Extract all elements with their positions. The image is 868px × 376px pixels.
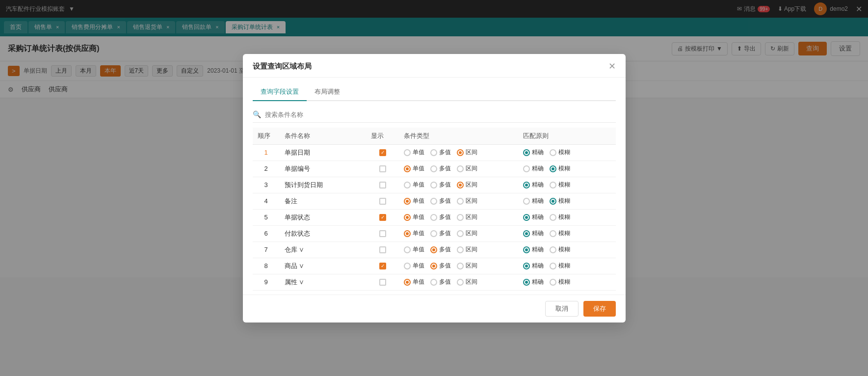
cell-display-checkbox <box>366 258 398 274</box>
radio-match-option[interactable]: 精确 <box>523 229 544 238</box>
cell-condition-name: 商品 ∨ <box>280 258 367 274</box>
cell-type-radios: 单值多值区间 <box>399 161 518 177</box>
th-name: 条件名称 <box>280 128 367 145</box>
radio-match-option[interactable]: 模糊 <box>550 245 570 254</box>
radio-type-option[interactable]: 区间 <box>457 164 477 173</box>
radio-type-option[interactable]: 多值 <box>430 197 451 205</box>
cell-display-checkbox <box>366 242 398 258</box>
cell-display-checkbox <box>366 161 398 177</box>
display-checkbox[interactable] <box>379 165 386 172</box>
display-checkbox[interactable] <box>379 246 386 253</box>
cell-condition-name: 单据编号 <box>280 161 367 177</box>
display-checkbox[interactable] <box>379 149 386 156</box>
conditions-table-wrapper[interactable]: 顺序 条件名称 显示 条件类型 <box>253 128 616 278</box>
cell-condition-name: 付款状态 <box>280 225 367 242</box>
radio-match-option[interactable]: 模糊 <box>550 229 570 238</box>
radio-type-option[interactable]: 多值 <box>430 245 451 254</box>
table-row: 1单据日期单值多值区间精确模糊 <box>253 144 616 161</box>
radio-type-option[interactable]: 单值 <box>404 164 424 173</box>
table-row: 2单据编号单值多值区间精确模糊 <box>253 161 616 177</box>
radio-match-option[interactable]: 模糊 <box>550 197 570 205</box>
cell-type-radios: 单值多值区间 <box>399 225 518 242</box>
cell-order: 3 <box>253 177 280 193</box>
radio-type-option[interactable]: 区间 <box>457 148 477 157</box>
cell-order: 7 <box>253 242 280 258</box>
display-checkbox[interactable] <box>379 230 386 237</box>
cell-condition-name: 预计到货日期 <box>280 177 367 193</box>
radio-match-option[interactable]: 精确 <box>523 164 544 173</box>
condition-search-input[interactable] <box>261 109 616 120</box>
radio-match-option[interactable]: 精确 <box>523 262 544 270</box>
cell-type-radios: 单值多值区间 <box>399 209 518 225</box>
table-row: 3预计到货日期单值多值区间精确模糊 <box>253 177 616 193</box>
condition-search-box: 🔍 <box>253 107 616 123</box>
cell-order: 5 <box>253 209 280 225</box>
cell-match-radios: 精确模糊 <box>518 209 616 225</box>
cell-order: 8 <box>253 258 280 274</box>
cell-type-radios: 单值多值区间 <box>399 193 518 209</box>
cell-display-checkbox <box>366 274 398 277</box>
radio-type-option[interactable]: 单值 <box>404 148 424 157</box>
radio-type-option[interactable]: 多值 <box>430 213 451 221</box>
radio-type-option[interactable]: 多值 <box>430 229 451 238</box>
radio-type-option[interactable]: 多值 <box>430 164 451 173</box>
th-display: 显示 <box>366 128 398 145</box>
dialog-header: 设置查询区域布局 ✕ <box>243 54 626 78</box>
radio-match-option[interactable]: 模糊 <box>550 181 570 189</box>
radio-type-option[interactable]: 多值 <box>430 181 451 189</box>
radio-match-option[interactable]: 模糊 <box>550 164 570 173</box>
table-row: 9属性 ∨单值多值区间精确模糊 <box>253 274 616 277</box>
display-checkbox[interactable] <box>379 182 386 188</box>
radio-type-option[interactable]: 区间 <box>457 197 477 205</box>
cell-display-checkbox <box>366 193 398 209</box>
search-icon: 🔍 <box>253 110 261 118</box>
cell-condition-name: 单据日期 <box>280 144 367 161</box>
dialog-tab-query-fields[interactable]: 查询字段设置 <box>253 83 307 101</box>
cell-match-radios: 精确模糊 <box>518 242 616 258</box>
display-checkbox[interactable] <box>379 198 386 205</box>
cell-order: 4 <box>253 193 280 209</box>
dialog-title: 设置查询区域布局 <box>253 62 312 71</box>
table-row: 4备注单值多值区间精确模糊 <box>253 193 616 209</box>
radio-match-option[interactable]: 精确 <box>523 245 544 254</box>
cell-display-checkbox <box>366 225 398 242</box>
radio-type-option[interactable]: 区间 <box>457 229 477 238</box>
radio-match-option[interactable]: 精确 <box>523 148 544 157</box>
radio-type-option[interactable]: 单值 <box>404 197 424 205</box>
th-order: 顺序 <box>253 128 280 145</box>
radio-type-option[interactable]: 区间 <box>457 181 477 189</box>
display-checkbox[interactable] <box>379 214 386 221</box>
radio-type-option[interactable]: 单值 <box>404 262 424 270</box>
table-row: 6付款状态单值多值区间精确模糊 <box>253 225 616 242</box>
radio-match-option[interactable]: 精确 <box>523 213 544 221</box>
display-checkbox[interactable] <box>379 263 386 269</box>
radio-type-option[interactable]: 多值 <box>430 262 451 270</box>
dialog-tab-layout[interactable]: 布局调整 <box>307 83 348 101</box>
radio-type-option[interactable]: 单值 <box>404 213 424 221</box>
radio-match-option[interactable]: 模糊 <box>550 148 570 157</box>
radio-type-option[interactable]: 区间 <box>457 262 477 270</box>
radio-match-option[interactable]: 模糊 <box>550 262 570 270</box>
th-type: 条件类型 <box>399 128 518 145</box>
cell-display-checkbox <box>366 209 398 225</box>
cell-type-radios: 单值多值区间 <box>399 242 518 258</box>
radio-type-option[interactable]: 区间 <box>457 213 477 221</box>
table-row: 8商品 ∨单值多值区间精确模糊 <box>253 258 616 274</box>
table-row: 5单据状态单值多值区间精确模糊 <box>253 209 616 225</box>
radio-match-option[interactable]: 精确 <box>523 197 544 205</box>
cell-type-radios: 单值多值区间 <box>399 258 518 274</box>
radio-type-option[interactable]: 单值 <box>404 181 424 189</box>
radio-type-option[interactable]: 多值 <box>430 148 451 157</box>
radio-type-option[interactable]: 单值 <box>404 229 424 238</box>
cell-condition-name: 仓库 ∨ <box>280 242 367 258</box>
cell-match-radios: 精确模糊 <box>518 177 616 193</box>
cell-match-radios: 精确模糊 <box>518 193 616 209</box>
radio-match-option[interactable]: 模糊 <box>550 213 570 221</box>
radio-type-option[interactable]: 区间 <box>457 245 477 254</box>
table-row: 7仓库 ∨单值多值区间精确模糊 <box>253 242 616 258</box>
cell-order: 1 <box>253 144 280 161</box>
radio-type-option[interactable]: 单值 <box>404 245 424 254</box>
radio-match-option[interactable]: 精确 <box>523 181 544 189</box>
dialog-close-button[interactable]: ✕ <box>608 62 616 71</box>
th-match: 匹配原则 <box>518 128 616 145</box>
